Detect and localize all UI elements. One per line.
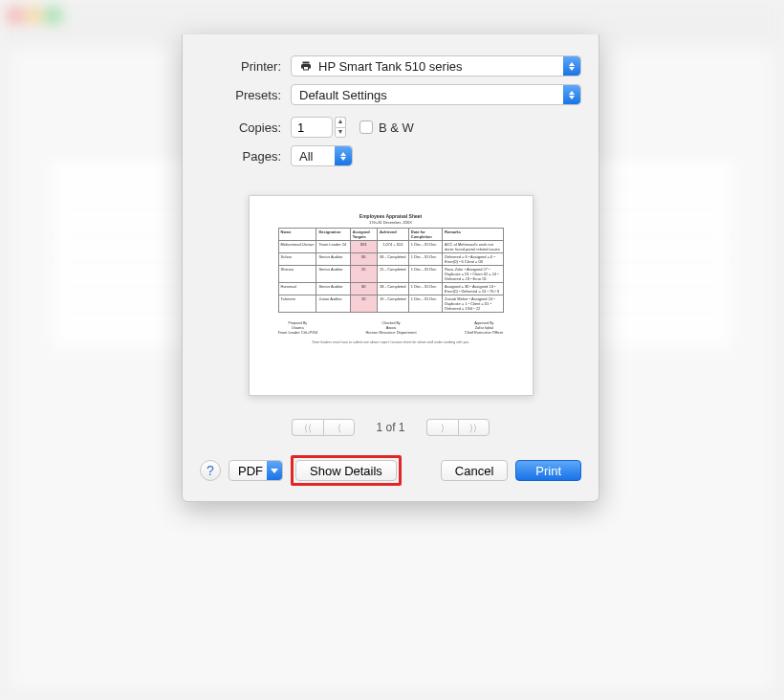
chevrons-right-icon: ⟩⟩ bbox=[469, 423, 477, 433]
chevrons-left-icon: ⟨⟨ bbox=[304, 423, 312, 433]
table-row: ShenzaSenior Auditor2525 - Completed1 De… bbox=[278, 266, 503, 283]
copies-input[interactable] bbox=[291, 117, 333, 138]
preview-table: NameDesignationAssigned TargetsAchievedD… bbox=[278, 228, 504, 313]
print-dialog: Printer: HP Smart Tank 510 series Preset… bbox=[182, 34, 599, 502]
printer-select[interactable]: HP Smart Tank 510 series bbox=[291, 55, 581, 77]
pages-value: All bbox=[299, 149, 313, 164]
last-page-button[interactable]: ⟩⟩ bbox=[458, 419, 490, 436]
chevron-left-icon: ⟨ bbox=[338, 423, 341, 433]
table-row: TahreemJunior Auditor2019 - Completed1 D… bbox=[278, 295, 503, 313]
next-page-button[interactable]: ⟩ bbox=[426, 419, 458, 436]
table-row: Muhammad UsmanTeam Leader 240011,074 + 0… bbox=[278, 241, 503, 253]
stepper-down[interactable]: ▼ bbox=[335, 127, 346, 138]
page-indicator: 1 of 1 bbox=[376, 421, 404, 434]
copies-label: Copies: bbox=[200, 120, 291, 135]
dropdown-arrows-icon bbox=[563, 56, 580, 76]
pages-select[interactable]: All bbox=[291, 145, 353, 166]
copies-stepper[interactable]: ▲ ▼ bbox=[335, 117, 346, 138]
highlight-annotation: Show Details bbox=[291, 455, 402, 486]
presets-select[interactable]: Default Settings bbox=[291, 84, 581, 105]
chevron-right-icon: ⟩ bbox=[441, 423, 445, 433]
cancel-button[interactable]: Cancel bbox=[441, 460, 508, 481]
preview-title: Employees Appraisal Sheet bbox=[359, 213, 422, 219]
chevron-down-icon bbox=[267, 461, 282, 480]
printer-value: HP Smart Tank 510 series bbox=[318, 59, 463, 74]
dropdown-arrows-icon bbox=[563, 85, 580, 104]
print-button[interactable]: Print bbox=[515, 460, 581, 481]
bw-checkbox[interactable] bbox=[359, 120, 373, 134]
pdf-label: PDF bbox=[238, 464, 263, 478]
presets-value: Default Settings bbox=[299, 88, 387, 102]
prev-page-button[interactable]: ⟨ bbox=[323, 419, 355, 436]
dropdown-arrows-icon bbox=[335, 146, 352, 165]
help-button[interactable]: ? bbox=[200, 460, 221, 481]
preview-signatures: Prepared By Usama Team Leader Ctrl+P/S4 … bbox=[278, 320, 504, 335]
pages-label: Pages: bbox=[200, 149, 291, 164]
printer-icon bbox=[299, 59, 313, 73]
pdf-menu[interactable]: PDF bbox=[229, 460, 283, 481]
help-icon: ? bbox=[207, 463, 214, 478]
preview-note: Team leaders must have to submit one abo… bbox=[312, 340, 469, 344]
bw-label: B & W bbox=[379, 120, 414, 135]
presets-label: Presets: bbox=[200, 88, 291, 102]
stepper-up[interactable]: ▲ bbox=[335, 117, 346, 127]
printer-label: Printer: bbox=[200, 59, 291, 74]
table-row: SuhanSenior Auditor0606 - Completed1 Dec… bbox=[278, 253, 503, 266]
table-row: HammadSenior Auditor3033 - Completed1 De… bbox=[278, 283, 503, 295]
print-preview: Employees Appraisal Sheet 17th-31 Decemb… bbox=[249, 195, 534, 396]
preview-navigation: ⟨⟨ ⟨ 1 of 1 ⟩ ⟩⟩ bbox=[200, 419, 581, 436]
preview-period: 17th-31 December, 20XX bbox=[369, 220, 412, 225]
first-page-button[interactable]: ⟨⟨ bbox=[292, 419, 323, 436]
show-details-button[interactable]: Show Details bbox=[295, 460, 397, 481]
